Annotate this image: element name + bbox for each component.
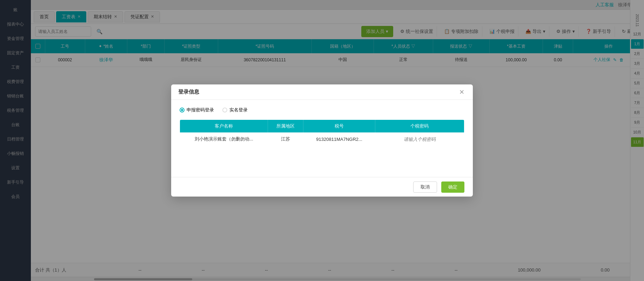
radio-password-login[interactable]: 申报密码登录 — [180, 107, 214, 113]
dialog-body: 申报密码登录 实名登录 客户名称 所属地区 税号 个税密码 — [171, 100, 473, 177]
client-password-cell — [375, 132, 464, 146]
dialog-close-button[interactable]: ✕ — [457, 88, 466, 96]
col-client-name: 客户名称 — [180, 120, 268, 132]
dialog-title: 登录信息 — [178, 89, 199, 95]
login-type-radio-group: 申报密码登录 实名登录 — [180, 107, 464, 113]
dialog-footer: 取消 确定 — [171, 177, 473, 197]
client-row: 刘小艳演示账套（勿删勿动... 江苏 91320811MA7NGR2... — [180, 132, 464, 146]
radio-realname-label: 实名登录 — [229, 107, 248, 113]
dialog-header: 登录信息 ✕ — [171, 84, 473, 100]
modal-overlay: 登录信息 ✕ 申报密码登录 实名登录 客户名称 — [0, 0, 644, 281]
col-tax-password: 个税密码 — [375, 120, 464, 132]
confirm-button[interactable]: 确定 — [441, 181, 464, 193]
login-dialog: 登录信息 ✕ 申报密码登录 实名登录 客户名称 — [171, 84, 473, 197]
tax-password-input[interactable] — [379, 137, 460, 142]
radio-realname-login[interactable]: 实名登录 — [222, 107, 248, 113]
col-region: 所属地区 — [268, 120, 303, 132]
client-taxno-cell: 91320811MA7NGR2... — [303, 132, 375, 146]
radio-password-dot — [180, 108, 185, 112]
client-name-cell: 刘小艳演示账套（勿删勿动... — [180, 132, 268, 146]
client-region-cell: 江苏 — [268, 132, 303, 146]
radio-password-label: 申报密码登录 — [187, 107, 214, 113]
client-table: 客户名称 所属地区 税号 个税密码 刘小艳演示账套（勿删勿动... 江苏 913… — [180, 119, 464, 146]
radio-realname-dot — [222, 108, 227, 112]
col-tax-no: 税号 — [303, 120, 375, 132]
cancel-button[interactable]: 取消 — [413, 181, 437, 193]
